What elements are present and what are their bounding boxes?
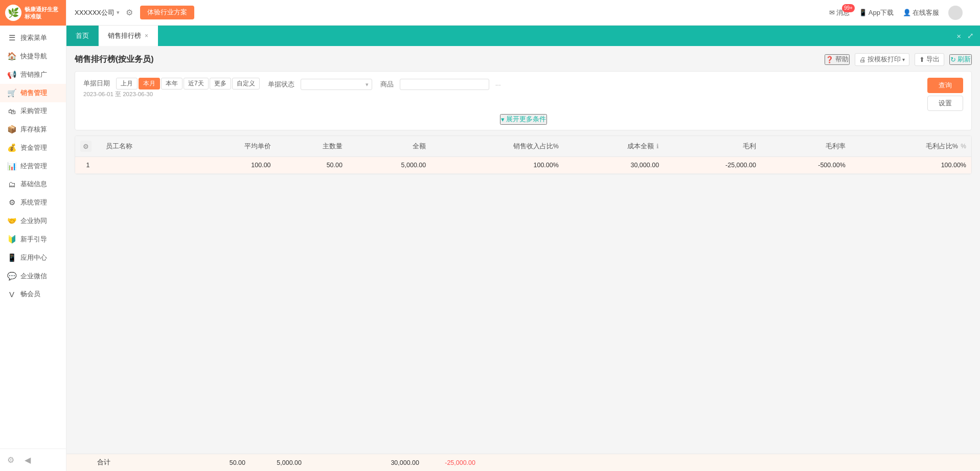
sidebar-bottom: ⚙ ◀ bbox=[0, 448, 66, 471]
footer-amount: 5,000.00 bbox=[250, 459, 307, 466]
sidebar-item-label: 资金管理 bbox=[20, 144, 47, 152]
th-avg-price: 平均单价 bbox=[188, 136, 276, 157]
status-label: 单据状态 bbox=[268, 80, 294, 89]
sidebar-item-label: 营销推广 bbox=[20, 71, 47, 79]
sidebar-item-system[interactable]: ⚙ 系统管理 bbox=[0, 193, 66, 212]
help-btn[interactable]: ❓ 帮助 bbox=[825, 54, 850, 65]
sidebar-item-label: 系统管理 bbox=[20, 198, 47, 207]
logo-icon: 🌿 bbox=[5, 5, 21, 21]
th-profit-pct: 毛利占比% % bbox=[851, 136, 971, 157]
status-select-wrapper bbox=[301, 79, 372, 90]
footer-cost: 30,000.00 bbox=[368, 459, 424, 466]
apps-icon: 📱 bbox=[7, 253, 16, 262]
sidebar-item-inventory[interactable]: 📦 库存核算 bbox=[0, 120, 66, 139]
topbar: XXXXXX公司 ▾ ⚙ 体验行业方案 ✉ 消息 99+ 📱 App下载 👤 在… bbox=[66, 0, 980, 26]
sidebar: 🌿 畅康通好生意 标准版 ☰ 搜索菜单 🏠 快捷导航 📢 营销推广 🛒 销售管理… bbox=[0, 0, 66, 471]
export-label: 导出 bbox=[926, 55, 940, 64]
sidebar-item-operation[interactable]: 📊 经营管理 bbox=[0, 157, 66, 175]
goods-filter: 商品 ··· bbox=[380, 79, 501, 93]
sidebar-item-label: 销售管理 bbox=[20, 89, 47, 98]
sidebar-item-apps[interactable]: 📱 应用中心 bbox=[0, 249, 66, 267]
th-profit-rate: 毛利率 bbox=[761, 136, 851, 157]
online-service-btn[interactable]: 👤 在线客服 bbox=[903, 8, 939, 17]
sidebar-item-finance[interactable]: 💰 资金管理 bbox=[0, 139, 66, 157]
tab-close-icon[interactable]: × bbox=[145, 32, 148, 39]
td-qty: 50.00 bbox=[276, 157, 348, 174]
topbar-gear-icon[interactable]: ⚙ bbox=[126, 8, 133, 17]
goods-more-icon[interactable]: ··· bbox=[495, 81, 501, 88]
sidebar-item-member[interactable]: V 畅会员 bbox=[0, 285, 66, 303]
rank-settings-icon[interactable]: ⚙ bbox=[80, 141, 92, 152]
tab-expand-icon[interactable]: ⤢ bbox=[967, 31, 974, 40]
sidebar-item-label: 库存核算 bbox=[20, 125, 47, 134]
export-btn[interactable]: ⬆ 导出 bbox=[915, 53, 944, 66]
sidebar-item-label: 应用中心 bbox=[20, 254, 47, 262]
wechat-icon: 💬 bbox=[7, 272, 16, 281]
collapse-icon[interactable]: ◀ bbox=[25, 455, 31, 465]
message-badge: 99+ bbox=[842, 4, 855, 12]
date-btn-7days[interactable]: 近7天 bbox=[184, 78, 209, 89]
logo-line1: 畅康通好生意 bbox=[25, 6, 58, 13]
sidebar-item-marketing[interactable]: 📢 营销推广 bbox=[0, 65, 66, 84]
message-btn[interactable]: ✉ 消息 99+ bbox=[829, 8, 850, 17]
goods-input[interactable] bbox=[400, 79, 489, 90]
sidebar-item-sales[interactable]: 🛒 销售管理 bbox=[0, 84, 66, 102]
refresh-btn[interactable]: ↻ 刷新 bbox=[949, 54, 972, 65]
goods-label: 商品 bbox=[380, 80, 394, 89]
system-icon: ⚙ bbox=[7, 198, 16, 207]
expand-more-btn[interactable]: ▾ 展开更多条件 bbox=[500, 114, 547, 125]
tab-sales-rank[interactable]: 销售排行榜 × bbox=[99, 26, 158, 46]
sidebar-item-enterprise[interactable]: 🤝 企业协同 bbox=[0, 212, 66, 230]
print-btn[interactable]: 🖨 按模板打印 ▾ bbox=[855, 53, 909, 66]
td-profit-pct: 100.00% bbox=[851, 157, 971, 174]
sidebar-item-shortcut[interactable]: 🏠 快捷导航 bbox=[0, 47, 66, 65]
date-label: 单据日期 bbox=[83, 79, 110, 88]
cost-info-icon[interactable]: ℹ bbox=[656, 143, 659, 150]
trial-btn[interactable]: 体验行业方案 bbox=[140, 6, 194, 19]
home-icon: 🏠 bbox=[7, 52, 16, 61]
user-avatar[interactable] bbox=[948, 6, 963, 20]
guide-icon: 🔰 bbox=[7, 235, 16, 244]
th-amount: 全额 bbox=[348, 136, 431, 157]
date-btn-more[interactable]: 更多 bbox=[210, 78, 231, 89]
td-sales-pct: 100.00% bbox=[431, 157, 564, 174]
service-icon: 👤 bbox=[903, 9, 911, 16]
settings-bottom-icon[interactable]: ⚙ bbox=[7, 455, 14, 465]
company-chevron-icon: ▾ bbox=[117, 9, 120, 16]
query-btn[interactable]: 查询 bbox=[927, 78, 963, 93]
tab-expand-area: × ⤢ bbox=[950, 26, 980, 46]
search-menu-icon: ☰ bbox=[7, 33, 16, 42]
date-filter: 单据日期 上月 本月 本年 近7天 更多 自定义 2023-06-01 至 20… bbox=[83, 78, 260, 98]
footer-profit: -25,000.00 bbox=[424, 459, 481, 466]
query-btns: 查询 设置 bbox=[927, 78, 963, 111]
tab-home[interactable]: 首页 bbox=[66, 26, 99, 46]
table-footer: 合计 50.00 5,000.00 30,000.00 -25,000.00 bbox=[66, 454, 980, 471]
sidebar-item-guide[interactable]: 🔰 新手引导 bbox=[0, 230, 66, 249]
sidebar-item-search[interactable]: ☰ 搜索菜单 bbox=[0, 29, 66, 47]
sidebar-item-wechat[interactable]: 💬 企业微信 bbox=[0, 267, 66, 285]
date-btn-cur-month[interactable]: 本月 bbox=[139, 78, 160, 89]
th-name: 员工名称 bbox=[101, 136, 188, 157]
sidebar-item-label: 快捷导航 bbox=[20, 52, 47, 61]
setting-btn[interactable]: 设置 bbox=[927, 96, 963, 111]
expand-label: 展开更多条件 bbox=[506, 115, 546, 124]
td-profit-rate: -500.00% bbox=[761, 157, 851, 174]
pct-info-icon[interactable]: % bbox=[961, 143, 966, 150]
status-select[interactable] bbox=[301, 79, 372, 90]
tab-close-top-icon[interactable]: × bbox=[956, 32, 961, 40]
status-filter: 单据状态 bbox=[268, 79, 372, 93]
sidebar-item-purchase[interactable]: 🛍 采购管理 bbox=[0, 102, 66, 120]
date-btn-prev-month[interactable]: 上月 bbox=[116, 78, 138, 89]
filter-expand-row: ▾ 展开更多条件 bbox=[83, 111, 963, 126]
expand-icon: ▾ bbox=[501, 116, 505, 123]
tab-sales-rank-label: 销售排行榜 bbox=[108, 31, 141, 40]
footer-cells: 合计 50.00 5,000.00 30,000.00 -25,000.00 bbox=[66, 458, 980, 467]
app-download-btn[interactable]: 📱 App下载 bbox=[859, 8, 894, 17]
help-label: 帮助 bbox=[835, 55, 849, 64]
sidebar-item-basic[interactable]: 🗂 基础信息 bbox=[0, 175, 66, 193]
operation-icon: 📊 bbox=[7, 162, 16, 171]
table-row: 1 100.00 50.00 bbox=[75, 157, 971, 174]
company-selector[interactable]: XXXXXX公司 ▾ bbox=[75, 8, 120, 17]
date-btn-year[interactable]: 本年 bbox=[161, 78, 183, 89]
date-btn-custom[interactable]: 自定义 bbox=[232, 78, 260, 89]
